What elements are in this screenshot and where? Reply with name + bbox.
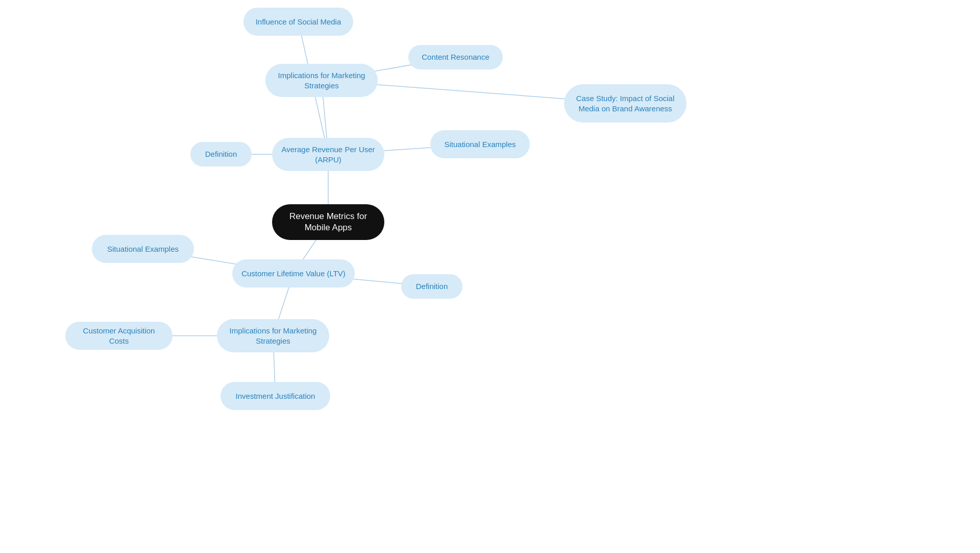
situational-bottom-node[interactable]: Situational Examples: [92, 235, 194, 263]
mind-map: Revenue Metrics for Mobile Apps Average …: [0, 0, 980, 553]
case-study-label: Case Study: Impact of Social Media on Br…: [571, 93, 679, 113]
definition-top-node[interactable]: Definition: [190, 142, 252, 166]
content-resonance-node[interactable]: Content Resonance: [408, 45, 503, 69]
arpu-node[interactable]: Average Revenue Per User (ARPU): [272, 138, 384, 171]
definition-bottom-label: Definition: [416, 281, 448, 292]
cac-node[interactable]: Customer Acquisition Costs: [65, 322, 173, 350]
ltv-label: Customer Lifetime Value (LTV): [241, 269, 346, 279]
implications-bottom-node[interactable]: Implications for Marketing Strategies: [217, 319, 329, 352]
ltv-node[interactable]: Customer Lifetime Value (LTV): [232, 259, 355, 287]
definition-bottom-node[interactable]: Definition: [401, 274, 462, 299]
cac-label: Customer Acquisition Costs: [72, 326, 165, 346]
situational-top-node[interactable]: Situational Examples: [430, 130, 530, 158]
implications-bottom-label: Implications for Marketing Strategies: [224, 326, 322, 346]
case-study-node[interactable]: Case Study: Impact of Social Media on Br…: [564, 84, 687, 123]
implications-top-node[interactable]: Implications for Marketing Strategies: [265, 64, 378, 97]
definition-top-label: Definition: [205, 149, 237, 159]
connections-svg: [0, 0, 980, 553]
content-resonance-label: Content Resonance: [422, 52, 489, 62]
investment-label: Investment Justification: [236, 391, 315, 401]
situational-bottom-label: Situational Examples: [107, 244, 179, 254]
situational-top-label: Situational Examples: [444, 139, 516, 150]
implications-top-label: Implications for Marketing Strategies: [273, 70, 371, 90]
center-node-label: Revenue Metrics for Mobile Apps: [279, 211, 377, 233]
investment-node[interactable]: Investment Justification: [220, 382, 330, 410]
influence-node[interactable]: Influence of Social Media: [243, 8, 353, 36]
arpu-node-label: Average Revenue Per User (ARPU): [279, 145, 377, 164]
center-node[interactable]: Revenue Metrics for Mobile Apps: [272, 204, 384, 240]
influence-node-label: Influence of Social Media: [256, 17, 341, 27]
